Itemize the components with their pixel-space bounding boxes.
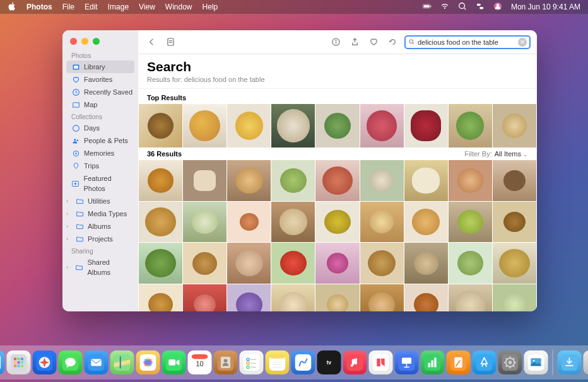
dock-freeform[interactable] (291, 350, 315, 374)
app-menu[interactable]: Photos (26, 3, 52, 11)
photo-thumbnail[interactable] (139, 202, 182, 243)
photo-thumbnail[interactable] (227, 284, 271, 311)
photo-thumbnail[interactable] (315, 104, 359, 148)
photo-thumbnail[interactable] (493, 160, 536, 201)
filter-by-dropdown[interactable]: All Items ⌄ (495, 150, 528, 158)
sidebar-item-trips[interactable]: Trips (62, 159, 138, 172)
dock-preview[interactable] (524, 350, 548, 374)
photo-thumbnail[interactable] (404, 284, 448, 311)
photo-thumbnail[interactable] (493, 284, 536, 311)
close-button[interactable] (70, 38, 77, 45)
photo-thumbnail[interactable] (139, 284, 182, 311)
photo-thumbnail[interactable] (449, 243, 492, 284)
photo-thumbnail[interactable] (271, 202, 315, 243)
dock-finder[interactable] (0, 350, 5, 374)
dock-pages[interactable] (447, 350, 471, 374)
search-input[interactable] (418, 38, 515, 46)
sidebar-item-media-types[interactable]: ›Media Types (62, 207, 138, 220)
photo-thumbnail[interactable] (183, 243, 226, 284)
photo-thumbnail[interactable] (449, 104, 492, 148)
dock-news[interactable] (369, 350, 393, 374)
photo-thumbnail[interactable] (493, 243, 536, 284)
photo-thumbnail[interactable] (449, 202, 492, 243)
dock-messages[interactable] (59, 350, 83, 374)
dock-contacts[interactable] (214, 350, 238, 374)
sidebar-item-utilities[interactable]: ›Utilities (62, 195, 138, 207)
photo-thumbnail[interactable] (271, 243, 315, 284)
dock-safari[interactable] (33, 350, 57, 374)
photo-thumbnail[interactable] (139, 104, 182, 148)
dock-maps[interactable] (110, 350, 134, 374)
favorite-button[interactable] (367, 35, 380, 49)
photo-thumbnail[interactable] (271, 104, 315, 148)
photo-thumbnail[interactable] (493, 104, 536, 148)
dock-tv[interactable]: tv (317, 350, 341, 374)
photo-thumbnail[interactable] (139, 160, 182, 201)
photo-thumbnail[interactable] (360, 104, 404, 148)
sidebar-item-albums[interactable]: ›Albums (62, 220, 138, 233)
photo-thumbnail[interactable] (360, 160, 404, 201)
control-center-icon[interactable] (476, 2, 485, 13)
photo-thumbnail[interactable] (227, 160, 271, 201)
photo-thumbnail[interactable] (227, 202, 271, 243)
sidebar-item-memories[interactable]: Memories (62, 147, 138, 159)
photo-thumbnail[interactable] (139, 243, 182, 284)
battery-icon[interactable] (423, 2, 432, 13)
photo-thumbnail[interactable] (493, 202, 536, 243)
photo-thumbnail[interactable] (404, 243, 448, 284)
photo-thumbnail[interactable] (360, 243, 404, 284)
results-scroll[interactable]: Search Results for: delicious food on th… (138, 54, 537, 311)
photo-thumbnail[interactable] (449, 160, 492, 201)
sidebar-item-featured-photos[interactable]: Featured Photos (62, 172, 138, 195)
photo-thumbnail[interactable] (315, 284, 359, 311)
sidebar-item-people-pets[interactable]: People & Pets (62, 134, 138, 147)
photo-thumbnail[interactable] (449, 284, 492, 311)
sidebar-item-shared-albums[interactable]: ›Shared Albums (62, 256, 138, 279)
menu-image[interactable]: Image (108, 3, 129, 11)
photo-thumbnail[interactable] (315, 160, 359, 201)
photo-thumbnail[interactable] (227, 243, 271, 284)
photo-thumbnail[interactable] (271, 284, 315, 311)
photo-thumbnail[interactable] (360, 202, 404, 243)
dock-calendar[interactable]: 10 (188, 350, 212, 374)
sidebar-item-favorites[interactable]: Favorites (62, 73, 138, 86)
menubar-clock[interactable]: Mon Jun 10 9:41 AM (511, 3, 580, 11)
photo-thumbnail[interactable] (360, 284, 404, 311)
back-button[interactable] (144, 35, 158, 49)
wifi-icon[interactable] (440, 2, 449, 13)
menu-file[interactable]: File (62, 3, 74, 11)
dock-system-settings[interactable] (498, 350, 522, 374)
dock-music[interactable] (343, 350, 367, 374)
dock-mail[interactable] (85, 350, 109, 374)
user-icon[interactable] (493, 2, 502, 13)
photo-thumbnail[interactable] (315, 243, 359, 284)
menu-window[interactable]: Window (165, 3, 192, 11)
sidebar-item-projects[interactable]: ›Projects (62, 233, 138, 245)
menu-help[interactable]: Help (203, 3, 218, 11)
info-button[interactable] (329, 35, 343, 49)
dock-launchpad[interactable] (7, 350, 31, 374)
sidebar-item-map[interactable]: Map (62, 98, 138, 111)
dock-downloads[interactable] (558, 350, 582, 374)
photo-thumbnail[interactable] (183, 202, 226, 243)
dock-facetime[interactable] (162, 350, 186, 374)
photo-thumbnail[interactable] (183, 284, 226, 311)
photo-thumbnail[interactable] (271, 160, 315, 201)
dock-appstore[interactable] (473, 350, 497, 374)
photo-thumbnail[interactable] (183, 160, 226, 201)
apple-menu-icon[interactable] (8, 2, 16, 13)
menu-edit[interactable]: Edit (85, 3, 98, 11)
dock-reminders[interactable] (240, 350, 264, 374)
dock-photos[interactable] (136, 350, 160, 374)
clear-search-button[interactable]: ✕ (518, 38, 527, 47)
photo-thumbnail[interactable] (404, 104, 448, 148)
dock-trash[interactable] (584, 350, 589, 374)
fullscreen-button[interactable] (93, 38, 100, 45)
menu-view[interactable]: View (139, 3, 155, 11)
photo-thumbnail[interactable] (183, 104, 226, 148)
sidebar-item-library[interactable]: Library (66, 61, 134, 73)
photo-thumbnail[interactable] (227, 104, 271, 148)
photo-thumbnail[interactable] (404, 160, 448, 201)
photo-thumbnail[interactable] (404, 202, 448, 243)
minimize-button[interactable] (81, 38, 88, 45)
